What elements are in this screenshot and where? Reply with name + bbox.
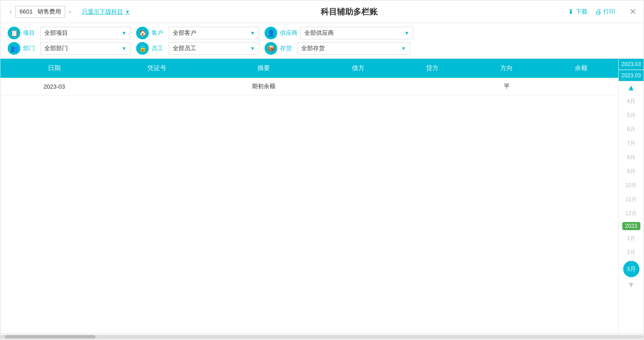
month-panel: 2023.03 2023.03 ▲ 4月5月6月7月8月9月10月11月12月2… xyxy=(618,59,644,333)
scroll-up-button[interactable]: ▲ xyxy=(625,81,637,94)
employee-select[interactable]: 全部员工 ▼ xyxy=(169,42,259,55)
month-item-11月[interactable]: 11月 xyxy=(622,193,640,207)
cell-debit xyxy=(321,78,395,95)
month-item-2月[interactable]: 2月 xyxy=(622,246,640,260)
period-header-1[interactable]: 2023.03 xyxy=(619,59,644,70)
cell-credit xyxy=(395,78,469,95)
inventory-icon: 📦 xyxy=(265,42,277,55)
project-arrow-icon: ▼ xyxy=(122,30,127,36)
supplier-arrow-icon: ▼ xyxy=(404,30,409,36)
project-value: 全部项目 xyxy=(44,29,68,37)
filter-row-1: 📋 项目 全部项目 ▼ 🏠 客户 全部客户 ▼ 👤 供应商 xyxy=(8,27,636,39)
month-item-5月[interactable]: 5月 xyxy=(622,109,640,123)
account-code: 6601 xyxy=(19,8,33,15)
nav-area: ‹ 6601 销售费用 › 只显示下级科目 ▼ xyxy=(8,6,130,18)
cell-summary: 期初余额 xyxy=(206,78,321,95)
download-icon: ⬇ xyxy=(568,8,574,16)
department-select[interactable]: 全部部门 ▼ xyxy=(40,42,131,55)
table-header-row: 日期 凭证号 摘要 借方 贷方 方向 余额 xyxy=(0,59,618,78)
department-value: 全部部门 xyxy=(44,44,68,52)
month-item-9月[interactable]: 9月 xyxy=(622,165,640,179)
download-label: 下载 xyxy=(576,8,587,16)
bottom-scrollbar[interactable] xyxy=(0,333,644,340)
month-item-1月[interactable]: 1月 xyxy=(622,231,640,246)
ledger-table: 日期 凭证号 摘要 借方 贷方 方向 余额 2023-03期初余额平 xyxy=(0,59,618,95)
main-table-area[interactable]: 日期 凭证号 摘要 借方 贷方 方向 余额 2023-03期初余额平 xyxy=(0,59,618,333)
employee-icon: 🔒 xyxy=(136,42,149,55)
account-name-display: 6601 销售费用 xyxy=(15,6,65,18)
supplier-value: 全部供应商 xyxy=(304,29,334,37)
customer-arrow-icon: ▼ xyxy=(250,30,255,36)
supplier-icon: 👤 xyxy=(265,27,277,39)
customer-icon: 🏠 xyxy=(136,27,149,39)
month-item-8月[interactable]: 8月 xyxy=(622,151,640,165)
period-header-2[interactable]: 2023.03 xyxy=(619,70,644,81)
col-credit: 贷方 xyxy=(395,59,469,78)
month-item-10月[interactable]: 10月 xyxy=(622,179,640,193)
cell-date: 2023-03 xyxy=(0,78,108,95)
scrollbar-track xyxy=(0,335,644,339)
col-summary: 摘要 xyxy=(206,59,321,78)
supplier-filter-item: 👤 供应商 全部供应商 ▼ xyxy=(265,27,413,39)
print-button[interactable]: 🖨 打印 xyxy=(595,8,615,16)
main-window: ‹ 6601 销售费用 › 只显示下级科目 ▼ 科目辅助多栏账 ⬇ 下载 🖨 打… xyxy=(0,0,644,340)
cell-direction: 平 xyxy=(469,78,544,95)
print-icon: 🖨 xyxy=(595,8,601,15)
col-debit: 借方 xyxy=(321,59,395,78)
table-row: 2023-03期初余额平 xyxy=(0,78,618,95)
filter-area: 📋 项目 全部项目 ▼ 🏠 客户 全部客户 ▼ 👤 供应商 xyxy=(0,23,644,59)
employee-label: 员工 xyxy=(152,44,166,52)
department-filter-item: 👥 部门 全部部门 ▼ xyxy=(8,42,131,55)
filter-row-2: 👥 部门 全部部门 ▼ 🔒 员工 全部员工 ▼ 📦 存货 xyxy=(8,42,636,55)
col-direction: 方向 xyxy=(469,59,544,78)
close-button[interactable]: ✕ xyxy=(630,7,636,17)
customer-label: 客户 xyxy=(152,29,166,37)
month-item-12月[interactable]: 12月 xyxy=(622,207,640,221)
employee-filter-item: 🔒 员工 全部员工 ▼ xyxy=(136,42,259,55)
toolbar-right: ⬇ 下载 🖨 打印 ✕ xyxy=(568,7,636,17)
col-voucher: 凭证号 xyxy=(108,59,206,78)
inventory-value: 全部存货 xyxy=(301,44,325,52)
next-account-button[interactable]: › xyxy=(67,7,73,17)
department-arrow-icon: ▼ xyxy=(122,46,127,51)
content-area: 日期 凭证号 摘要 借方 贷方 方向 余额 2023-03期初余额平 2023.… xyxy=(0,59,644,333)
inventory-label: 存货 xyxy=(280,44,294,52)
inventory-select[interactable]: 全部存货 ▼ xyxy=(297,42,410,55)
page-title: 科目辅助多栏账 xyxy=(130,6,568,17)
col-balance: 余额 xyxy=(544,59,618,78)
scroll-down-button[interactable]: ▼ xyxy=(625,279,637,292)
employee-value: 全部员工 xyxy=(173,44,196,52)
show-sub-arrow-icon: ▼ xyxy=(125,9,130,14)
top-bar: ‹ 6601 销售费用 › 只显示下级科目 ▼ 科目辅助多栏账 ⬇ 下载 🖨 打… xyxy=(0,0,644,23)
scrollbar-thumb[interactable] xyxy=(5,335,95,339)
employee-arrow-icon: ▼ xyxy=(250,46,255,51)
project-label: 项目 xyxy=(23,29,38,37)
customer-value: 全部客户 xyxy=(173,29,196,37)
supplier-label: 供应商 xyxy=(280,29,298,37)
cell-balance xyxy=(544,78,618,95)
month-item-4月[interactable]: 4月 xyxy=(622,94,640,109)
customer-select[interactable]: 全部客户 ▼ xyxy=(169,27,259,39)
download-button[interactable]: ⬇ 下载 xyxy=(568,8,587,16)
month-list: 4月5月6月7月8月9月10月11月12月20231月2月3月 xyxy=(622,94,640,279)
month-item-2023[interactable]: 2023 xyxy=(622,222,640,230)
prev-account-button[interactable]: ‹ xyxy=(8,7,14,17)
department-label: 部门 xyxy=(23,44,38,52)
project-select[interactable]: 全部项目 ▼ xyxy=(40,27,131,39)
month-item-3月[interactable]: 3月 xyxy=(623,261,639,277)
show-sub-toggle[interactable]: 只显示下级科目 ▼ xyxy=(82,8,130,16)
department-icon: 👥 xyxy=(8,42,20,55)
inventory-arrow-icon: ▼ xyxy=(401,46,406,51)
month-item-6月[interactable]: 6月 xyxy=(622,123,640,137)
account-name: 销售费用 xyxy=(38,8,61,15)
col-date: 日期 xyxy=(0,59,108,78)
project-icon: 📋 xyxy=(8,27,20,39)
print-label: 打印 xyxy=(603,8,615,16)
inventory-filter-item: 📦 存货 全部存货 ▼ xyxy=(265,42,410,55)
month-item-7月[interactable]: 7月 xyxy=(622,137,640,151)
supplier-select[interactable]: 全部供应商 ▼ xyxy=(300,27,413,39)
customer-filter-item: 🏠 客户 全部客户 ▼ xyxy=(136,27,259,39)
project-filter-item: 📋 项目 全部项目 ▼ xyxy=(8,27,131,39)
show-sub-label: 只显示下级科目 xyxy=(82,8,123,16)
cell-voucher xyxy=(108,78,206,95)
